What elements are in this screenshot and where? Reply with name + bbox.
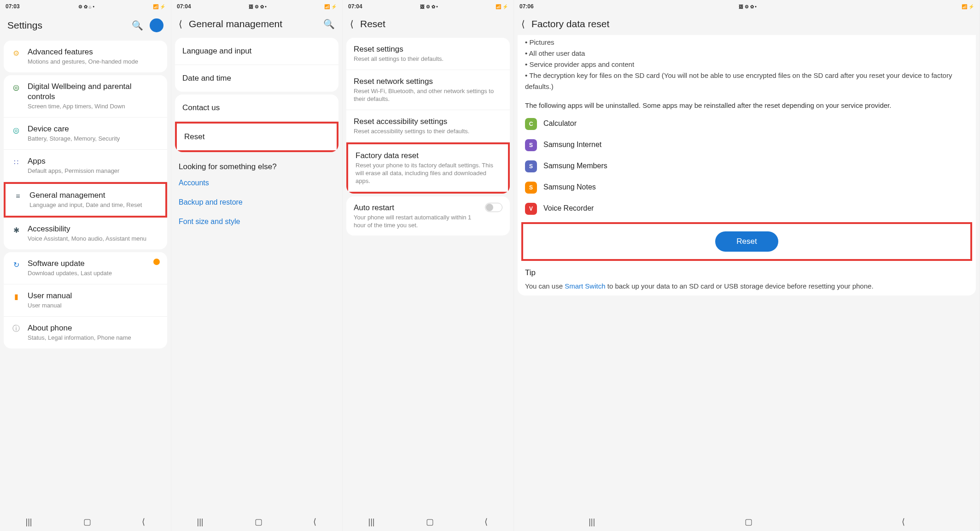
back-icon[interactable]: ⟨ [179,18,182,30]
item-icon: ∷ [11,157,21,167]
settings-item[interactable]: ✱ AccessibilityVoice Assistant, Mono aud… [4,218,167,249]
page-title: Factory data reset [531,18,972,30]
link-font[interactable]: Font size and style [171,212,342,231]
recents-button[interactable]: ||| [25,517,32,527]
tip-text: You can use Smart Switch to back up your… [525,281,968,291]
reset-option[interactable]: Factory data resetReset your phone to it… [346,142,510,194]
reset-item[interactable]: Reset [175,122,338,152]
home-button[interactable]: ▢ [426,517,434,527]
app-icon: C [525,118,537,130]
auto-restart-item[interactable]: Auto restart Your phone will restart aut… [346,196,510,236]
page-title: General management [189,18,317,30]
app-icon: S [525,139,537,151]
item-icon: ◎ [11,125,21,135]
screen-settings: 07:03 ⚙ ✿ ⌂ • 📶 ⚡ Settings 🔍 👤 ⚙ Advance… [0,0,171,531]
screen-factory-reset: 07:06🖼 ⚙ ✿ •📶 ⚡ ⟨ Factory data reset Pic… [514,0,980,531]
reset-option[interactable]: Reset network settingsReset Wi-Fi, Bluet… [346,70,510,110]
data-list: PicturesAll other user dataService provi… [518,35,976,98]
settings-item[interactable]: ∷ AppsDefault apps, Permission manager [4,150,167,182]
avatar[interactable]: 👤 [150,18,163,32]
settings-item[interactable]: ↻ Software updateDownload updates, Last … [4,252,167,284]
back-icon[interactable]: ⟨ [350,18,354,30]
app-row: SSamsung Notes [518,177,976,198]
recents-button[interactable]: ||| [368,517,374,527]
status-bar: 07:04🖼 ⚙ ✿ •📶 ⚡ [343,0,513,13]
reset-option[interactable]: Reset accessibility settingsReset access… [346,110,510,142]
back-button[interactable]: ⟨ [484,517,488,527]
settings-item[interactable]: ◎ Digital Wellbeing and parental control… [4,75,167,118]
item-icon: ▮ [11,292,21,302]
update-badge [153,259,160,265]
item-icon: ⓘ [11,324,21,334]
settings-item[interactable]: ▮ User manualUser manual [4,284,167,317]
back-button[interactable]: ⟨ [142,517,145,527]
item-icon: ✱ [11,225,21,235]
home-button[interactable]: ▢ [255,517,262,527]
list-item[interactable]: Contact us [175,94,338,122]
app-row: VVoice Recorder [518,198,976,219]
search-icon[interactable]: 🔍 [132,20,143,31]
list-item[interactable]: Date and time [175,65,338,92]
settings-item[interactable]: ≡ General managementLanguage and input, … [4,182,167,218]
status-bar: 07:06🖼 ⚙ ✿ •📶 ⚡ [514,0,980,13]
app-row: SSamsung Members [518,156,976,177]
screen-reset: 07:04🖼 ⚙ ✿ •📶 ⚡ ⟨ Reset Reset settingsRe… [343,0,514,531]
recents-button[interactable]: ||| [589,517,595,527]
status-bar: 07:03 ⚙ ✿ ⌂ • 📶 ⚡ [0,0,171,13]
item-icon: ↻ [11,260,21,270]
auto-restart-toggle[interactable] [485,203,502,212]
app-icon: V [525,203,537,215]
nav-bar: ||| ▢ ⟨ [0,513,171,531]
status-bar: 07:04 🖼 ⚙ ✿ • 📶 ⚡ [171,0,342,13]
search-icon[interactable]: 🔍 [323,18,335,30]
reset-button[interactable]: Reset [715,231,778,252]
app-row: SSamsung Internet [518,135,976,156]
reset-option[interactable]: Reset settingsReset all settings to thei… [346,38,510,70]
settings-item[interactable]: ◎ Device careBattery, Storage, Memory, S… [4,118,167,150]
item-icon: ⚙ [11,48,21,58]
link-accounts[interactable]: Accounts [171,173,342,193]
back-button[interactable]: ⟨ [902,517,905,527]
screen-general-management: 07:04 🖼 ⚙ ✿ • 📶 ⚡ ⟨ General management 🔍… [171,0,343,531]
recents-button[interactable]: ||| [197,517,203,527]
link-backup[interactable]: Backup and restore [171,193,342,212]
back-button[interactable]: ⟨ [313,517,316,527]
settings-item[interactable]: ⚙ Advanced featuresMotions and gestures,… [4,41,167,72]
app-icon: S [525,160,537,172]
app-icon: S [525,182,537,194]
item-icon: ≡ [13,191,23,201]
list-item[interactable]: Language and input [175,38,338,65]
page-title: Reset [360,18,506,30]
smart-switch-link[interactable]: Smart Switch [565,282,605,290]
status-right: 📶 ⚡ [153,4,165,9]
tip-title: Tip [525,268,968,277]
app-row: CCalculator [518,113,976,135]
settings-item[interactable]: ⓘ About phoneStatus, Legal information, … [4,317,167,348]
item-icon: ◎ [11,83,21,93]
uninstall-info: The following apps will be uninstalled. … [518,98,976,113]
home-button[interactable]: ▢ [745,517,752,527]
section-label: Looking for something else? [171,155,342,173]
home-button[interactable]: ▢ [83,517,91,527]
status-icons: ⚙ ✿ ⌂ • [78,4,94,9]
back-icon[interactable]: ⟨ [521,18,525,30]
page-title: Settings [7,20,125,31]
